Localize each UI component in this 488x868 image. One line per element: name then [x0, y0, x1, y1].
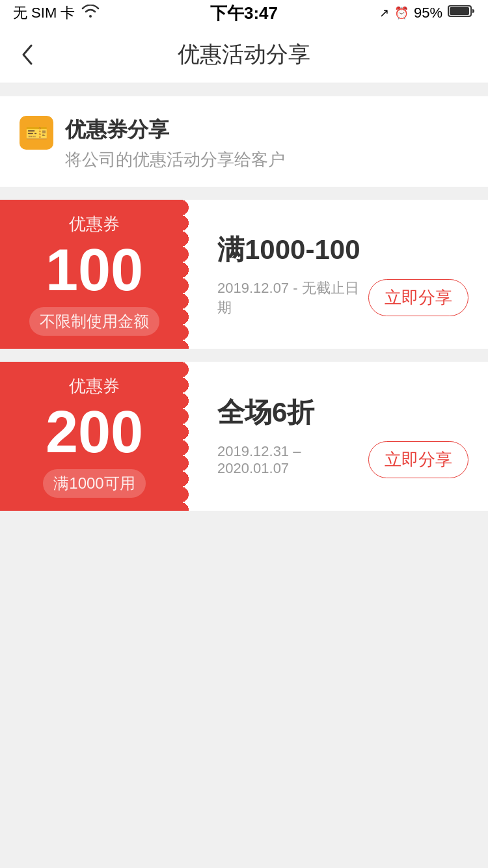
battery-percent: 95% [414, 5, 442, 21]
back-button[interactable] [20, 42, 35, 68]
location-icon: ↗ [379, 6, 389, 20]
coupon-amount-1: 100 [46, 241, 143, 299]
section-icon: 🎫 [20, 116, 53, 150]
section-header: 🎫 优惠券分享 将公司的优惠活动分享给客户 [0, 96, 488, 187]
status-right: ↗ ⏰ 95% [379, 4, 475, 22]
coupon-condition-1: 不限制使用金额 [29, 307, 159, 336]
status-left: 无 SIM 卡 [13, 3, 100, 23]
status-bar: 无 SIM 卡 下午3:47 ↗ ⏰ 95% [0, 0, 488, 26]
coupon-condition-2: 满1000可用 [43, 469, 145, 498]
coupon-card-2: 优惠券 200 满1000可用 全场6折 2019.12.31 – 2020.0… [0, 362, 488, 511]
coupon-card-1: 优惠券 100 不限制使用金额 满1000-100 2019.12.07 - 无… [0, 200, 488, 349]
coupon-list: 优惠券 100 不限制使用金额 满1000-100 2019.12.07 - 无… [0, 187, 488, 524]
svg-rect-1 [450, 7, 469, 15]
coupon-date-2: 2019.12.31 – 2020.01.07 [217, 443, 362, 477]
coupon-right-1: 满1000-100 2019.12.07 - 无截止日期 立即分享 [189, 200, 488, 349]
coupon-date-1: 2019.12.07 - 无截止日期 [217, 278, 362, 318]
coupon-meta-2: 2019.12.31 – 2020.01.07 立即分享 [217, 441, 468, 478]
page-title: 优惠活动分享 [178, 40, 310, 70]
battery-icon [448, 4, 475, 22]
coupon-left-2: 优惠券 200 满1000可用 [0, 362, 189, 511]
alarm-icon: ⏰ [394, 6, 409, 20]
status-time: 下午3:47 [210, 2, 278, 25]
coupon-name-1: 满1000-100 [217, 232, 468, 268]
coupon-label-2: 优惠券 [69, 375, 120, 398]
coupon-right-2: 全场6折 2019.12.31 – 2020.01.07 立即分享 [189, 362, 488, 511]
section-subtitle: 将公司的优惠活动分享给客户 [65, 148, 285, 171]
coupon-icon: 🎫 [25, 122, 48, 144]
coupon-left-1: 优惠券 100 不限制使用金额 [0, 200, 189, 349]
coupon-meta-1: 2019.12.07 - 无截止日期 立即分享 [217, 278, 468, 318]
coupon-name-2: 全场6折 [217, 394, 468, 431]
nav-bar: 优惠活动分享 [0, 26, 488, 83]
footer-empty [0, 524, 488, 849]
section-text: 优惠券分享 将公司的优惠活动分享给客户 [65, 116, 285, 171]
coupon-label-1: 优惠券 [69, 213, 120, 236]
section-title: 优惠券分享 [65, 116, 285, 144]
share-button-2[interactable]: 立即分享 [368, 441, 468, 478]
share-button-1[interactable]: 立即分享 [368, 279, 468, 316]
wifi-icon [81, 5, 100, 21]
coupon-amount-2: 200 [46, 403, 143, 461]
carrier-label: 无 SIM 卡 [13, 3, 75, 23]
